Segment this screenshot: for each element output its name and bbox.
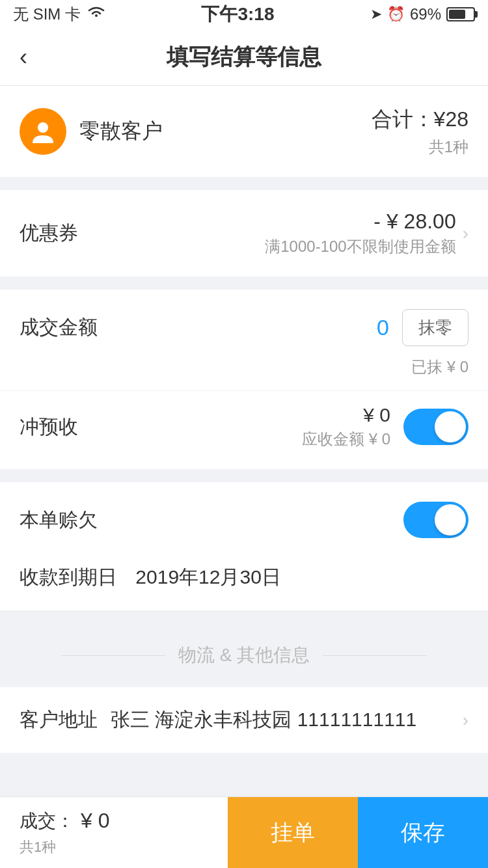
round-button[interactable]: 抹零	[402, 309, 468, 346]
status-right: ➤ ⏰ 69%	[370, 5, 475, 23]
battery-percentage: 69%	[410, 5, 441, 23]
bottom-deal-amount: ¥ 0	[81, 809, 109, 833]
bottom-bar: 成交： ¥ 0 共1种 挂单 保存	[0, 796, 488, 868]
customer-summary: 合计：¥28 共1种	[372, 105, 468, 157]
total-amount: 合计：¥28	[372, 105, 468, 134]
toggle-knob	[435, 411, 466, 442]
bottom-deal-row: 成交： ¥ 0	[20, 809, 208, 834]
credit-row: 本单赊欠	[20, 502, 468, 538]
deal-value: 0	[377, 315, 389, 340]
location-icon: ➤	[370, 6, 382, 23]
deal-row: 成交金额 0 抹零	[20, 309, 468, 346]
deal-right: 0 抹零	[377, 309, 468, 346]
due-date-value: 2019年12月30日	[135, 566, 280, 588]
customer-name: 零散客户	[79, 117, 163, 146]
prereceive-toggle[interactable]	[403, 409, 468, 445]
prereceive-right: ¥ 0 应收金额 ¥ 0	[302, 404, 468, 450]
content: 零散客户 合计：¥28 共1种 优惠券 - ¥ 28.00 满1000-100不…	[0, 86, 488, 844]
address-value: 张三 海淀永丰科技园 11111111111	[111, 707, 456, 733]
back-button[interactable]: ‹	[20, 44, 27, 71]
customer-avatar	[20, 108, 66, 155]
coupon-discount: - ¥ 28.00	[265, 210, 455, 234]
deal-sub-text: 已抹 ¥ 0	[20, 357, 468, 377]
page-title: 填写结算等信息	[167, 42, 321, 72]
deal-section: 成交金额 0 抹零 已抹 ¥ 0 冲预收 ¥ 0 应收金额 ¥ 0	[0, 290, 488, 469]
coupon-description: 满1000-100不限制使用金额	[265, 236, 455, 257]
address-label: 客户地址	[20, 707, 98, 733]
prereceive-amounts: ¥ 0 应收金额 ¥ 0	[302, 404, 390, 450]
address-section[interactable]: 客户地址 张三 海淀永丰科技园 11111111111 ›	[0, 687, 488, 753]
credit-toggle-knob	[435, 504, 466, 536]
divider	[0, 390, 488, 391]
deal-label: 成交金额	[20, 314, 98, 341]
carrier-text: 无 SIM 卡	[13, 4, 81, 25]
credit-label: 本单赊欠	[20, 507, 98, 534]
coupon-info: - ¥ 28.00 满1000-100不限制使用金额	[265, 210, 455, 257]
wifi-icon	[87, 5, 105, 23]
bottom-count: 共1种	[20, 837, 208, 857]
status-left: 无 SIM 卡	[13, 4, 105, 25]
bottom-deal-label: 成交：	[20, 809, 74, 834]
coupon-label: 优惠券	[20, 220, 78, 247]
prereceive-amount: ¥ 0	[302, 404, 390, 426]
address-chevron-icon: ›	[463, 710, 468, 731]
credit-toggle[interactable]	[403, 502, 468, 538]
prereceive-label: 冲预收	[20, 414, 78, 441]
prereceive-row: 冲预收 ¥ 0 应收金额 ¥ 0	[20, 404, 468, 450]
status-time: 下午3:18	[201, 2, 274, 27]
hold-button[interactable]: 挂单	[228, 797, 358, 869]
customer-left: 零散客户	[20, 108, 163, 155]
customer-section: 零散客户 合计：¥28 共1种	[0, 86, 488, 177]
coupon-section[interactable]: 优惠券 - ¥ 28.00 满1000-100不限制使用金额 ›	[0, 190, 488, 277]
total-count: 共1种	[372, 137, 468, 157]
due-date-row: 收款到期日 2019年12月30日	[20, 564, 468, 591]
bottom-summary: 成交： ¥ 0 共1种	[0, 809, 228, 857]
prereceive-receivable: 应收金额 ¥ 0	[302, 429, 390, 450]
logistics-title: 物流 & 其他信息	[20, 643, 468, 668]
credit-section: 本单赊欠 收款到期日 2019年12月30日	[0, 482, 488, 610]
battery-icon	[446, 7, 475, 21]
chevron-right-icon: ›	[463, 223, 468, 244]
status-bar: 无 SIM 卡 下午3:18 ➤ ⏰ 69%	[0, 0, 488, 29]
svg-point-0	[38, 122, 48, 133]
save-button[interactable]: 保存	[358, 797, 488, 869]
logistics-divider: 物流 & 其他信息	[0, 623, 488, 687]
due-date-label: 收款到期日	[20, 566, 117, 588]
nav-bar: ‹ 填写结算等信息	[0, 29, 488, 86]
alarm-icon: ⏰	[387, 6, 405, 23]
